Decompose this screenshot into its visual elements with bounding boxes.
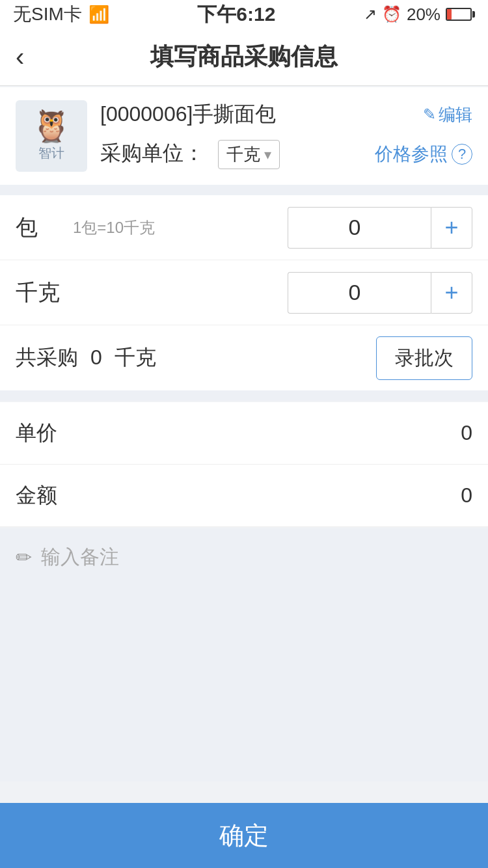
chevron-down-icon: ▾ xyxy=(264,146,271,163)
bag-quantity-input[interactable] xyxy=(288,207,431,249)
summary-unit: 千克 xyxy=(115,346,156,369)
status-right: ↗ ⏰ 20% xyxy=(364,5,475,25)
bag-sublabel: 1包=10千克 xyxy=(73,217,155,238)
nav-bar: ‹ 填写商品采购信息 xyxy=(0,29,488,86)
edit-button[interactable]: ✎ 编辑 xyxy=(423,103,472,126)
kg-quantity-input[interactable] xyxy=(288,272,431,314)
wifi-icon: 📶 xyxy=(88,5,109,25)
bag-label: 包 xyxy=(16,213,68,243)
amount-row: 金额 0 xyxy=(0,465,488,527)
batch-button[interactable]: 录批次 xyxy=(376,336,472,380)
summary-amount: 0 xyxy=(90,346,102,369)
edit-icon: ✎ xyxy=(423,105,436,124)
summary-row: 共采购 0 千克 录批次 xyxy=(0,325,488,390)
price-ref-label: 价格参照 xyxy=(375,142,448,167)
purchase-unit-row: 采购单位： 千克 ▾ 价格参照 ? xyxy=(100,139,472,169)
summary-label: 共采购 xyxy=(16,346,78,369)
battery-percent: 20% xyxy=(407,5,441,25)
unit-price-row: 单价 0 xyxy=(0,402,488,465)
section-divider-1 xyxy=(0,185,488,195)
unit-price-value: 0 xyxy=(461,421,472,445)
price-ref-help-icon: ? xyxy=(452,144,472,165)
status-left: 无SIM卡 📶 xyxy=(13,2,109,27)
notes-placeholder: 输入备注 xyxy=(41,544,119,571)
product-logo-icon: 🦉 xyxy=(32,111,71,142)
summary-text: 共采购 0 千克 xyxy=(16,344,156,372)
pencil-icon: ✏ xyxy=(16,546,32,569)
amount-value: 0 xyxy=(461,483,472,508)
input-section: 包 1包=10千克 + 千克 + xyxy=(0,195,488,325)
amount-label: 金额 xyxy=(16,481,57,510)
price-section: 单价 0 金额 0 xyxy=(0,402,488,527)
bag-plus-button[interactable]: + xyxy=(431,207,472,249)
kg-label: 千克 xyxy=(16,278,68,308)
product-info: [0000006]手撕面包 ✎ 编辑 采购单位： 千克 ▾ 价格参照 ? xyxy=(100,100,472,169)
alarm-icon: ⏰ xyxy=(382,5,401,23)
back-button[interactable]: ‹ xyxy=(16,42,24,72)
bag-input-row: 包 1包=10千克 + xyxy=(0,195,488,260)
unit-price-label: 单价 xyxy=(16,419,57,448)
battery-icon xyxy=(446,8,475,21)
bottom-empty-area xyxy=(0,586,488,781)
notes-section[interactable]: ✏ 输入备注 xyxy=(0,528,488,586)
price-ref-button[interactable]: 价格参照 ? xyxy=(375,142,472,167)
product-card: 🦉 智计 [0000006]手撕面包 ✎ 编辑 采购单位： 千克 ▾ 价格参照 … xyxy=(0,87,488,185)
carrier-text: 无SIM卡 xyxy=(13,2,82,27)
status-bar: 无SIM卡 📶 下午6:12 ↗ ⏰ 20% xyxy=(0,0,488,29)
unit-value: 千克 xyxy=(226,143,260,166)
confirm-button-label: 确定 xyxy=(219,819,269,852)
section-divider-2 xyxy=(0,390,488,401)
purchase-unit-label: 采购单位： xyxy=(100,141,204,165)
unit-label-group: 采购单位： 千克 ▾ xyxy=(100,139,280,169)
kg-input-row: 千克 + xyxy=(0,260,488,325)
product-name-row: [0000006]手撕面包 ✎ 编辑 xyxy=(100,100,472,129)
kg-plus-button[interactable]: + xyxy=(431,272,472,314)
confirm-button[interactable]: 确定 xyxy=(0,803,488,868)
unit-select[interactable]: 千克 ▾ xyxy=(218,140,280,169)
status-time: 下午6:12 xyxy=(197,1,275,28)
product-image: 🦉 智计 xyxy=(16,100,87,172)
edit-label: 编辑 xyxy=(439,103,472,126)
location-icon: ↗ xyxy=(364,5,377,23)
product-full-name: [0000006]手撕面包 xyxy=(100,100,276,129)
bag-input-right: + xyxy=(288,207,472,249)
product-logo-text: 智计 xyxy=(38,144,64,162)
kg-input-right: + xyxy=(288,272,472,314)
page-title: 填写商品采购信息 xyxy=(150,41,338,73)
